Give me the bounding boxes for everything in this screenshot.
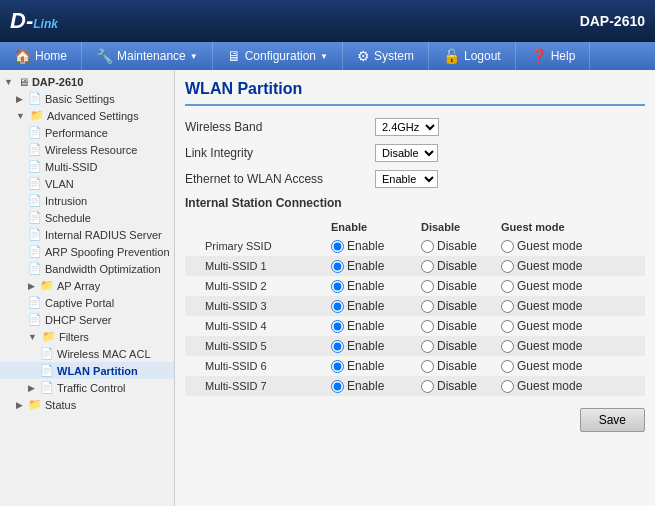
ethernet-to-wlan-select[interactable]: Enable Disable [375,170,438,188]
wireless-mac-acl-icon: 📄 [40,347,54,360]
radio-enable[interactable] [331,360,344,373]
ethernet-to-wlan-control: Enable Disable [375,170,438,188]
link-integrity-select[interactable]: Disable Enable [375,144,438,162]
radio-disable[interactable] [421,280,434,293]
advanced-settings-expander: ▼ [16,111,25,121]
radio-label: Guest mode [517,279,582,293]
radio-disable[interactable] [421,380,434,393]
sidebar-item-traffic-control[interactable]: ▶ 📄 Traffic Control [0,379,174,396]
sidebar-item-ap-array[interactable]: ▶ 📁 AP Array [0,277,174,294]
sidebar-item-internal-radius[interactable]: 📄 Internal RADIUS Server [0,226,174,243]
radio-guest-mode[interactable] [501,380,514,393]
sidebar-item-filters[interactable]: ▼ 📁 Filters [0,328,174,345]
sidebar-item-wireless-mac-acl[interactable]: 📄 Wireless MAC ACL [0,345,174,362]
sidebar-item-arp-spoofing[interactable]: 📄 ARP Spoofing Prevention [0,243,174,260]
nav-home-label: Home [35,49,67,63]
radio-enable[interactable] [331,320,344,333]
header: D-Link DAP-2610 [0,0,655,42]
radio-label: Guest mode [517,319,582,333]
radio-guest-mode[interactable] [501,320,514,333]
sidebar-item-multi-ssid[interactable]: 📄 Multi-SSID [0,158,174,175]
radio-cell-guest-mode: Guest mode [495,316,645,336]
radio-disable[interactable] [421,300,434,313]
sidebar-advanced-settings-label: Advanced Settings [47,110,139,122]
sidebar-item-intrusion[interactable]: 📄 Intrusion [0,192,174,209]
internal-radius-icon: 📄 [28,228,42,241]
radio-enable[interactable] [331,300,344,313]
filters-expander: ▼ [28,332,37,342]
radio-enable[interactable] [331,380,344,393]
ssid-row-label: Multi-SSID 5 [185,336,325,356]
wireless-band-label: Wireless Band [185,120,375,134]
radio-disable[interactable] [421,260,434,273]
status-icon: 📁 [28,398,42,411]
radio-label: Disable [437,279,477,293]
sidebar: ▼ 🖥 DAP-2610 ▶ 📄 Basic Settings ▼ 📁 Adva… [0,70,175,506]
save-button[interactable]: Save [580,408,645,432]
radio-guest-mode[interactable] [501,260,514,273]
radio-cell-guest-mode: Guest mode [495,276,645,296]
sidebar-item-schedule[interactable]: 📄 Schedule [0,209,174,226]
nav-home[interactable]: 🏠 Home [0,42,82,70]
sidebar-item-performance[interactable]: 📄 Performance [0,124,174,141]
intrusion-icon: 📄 [28,194,42,207]
radio-label: Enable [347,359,384,373]
sidebar-item-dhcp-server[interactable]: 📄 DHCP Server [0,311,174,328]
sidebar-item-wlan-partition[interactable]: 📄 WLAN Partition [0,362,174,379]
radio-guest-mode[interactable] [501,360,514,373]
nav-logout[interactable]: 🔓 Logout [429,42,516,70]
page-title: WLAN Partition [185,80,645,106]
radio-guest-mode[interactable] [501,280,514,293]
ssid-row-label: Multi-SSID 7 [185,376,325,396]
sidebar-root[interactable]: ▼ 🖥 DAP-2610 [0,74,174,90]
radio-disable[interactable] [421,340,434,353]
traffic-control-icon: 📄 [40,381,54,394]
sidebar-item-vlan[interactable]: 📄 VLAN [0,175,174,192]
sidebar-ap-array-label: AP Array [57,280,100,292]
arp-spoofing-icon: 📄 [28,245,42,258]
sidebar-item-basic-settings[interactable]: ▶ 📄 Basic Settings [0,90,174,107]
radio-guest-mode[interactable] [501,340,514,353]
radio-enable[interactable] [331,280,344,293]
radio-label: Enable [347,239,384,253]
multi-ssid-icon: 📄 [28,160,42,173]
radio-disable[interactable] [421,320,434,333]
table-row: Multi-SSID 6EnableDisableGuest mode [185,356,645,376]
radio-cell-disable: Disable [415,316,495,336]
sidebar-multi-ssid-label: Multi-SSID [45,161,98,173]
sidebar-item-advanced-settings[interactable]: ▼ 📁 Advanced Settings [0,107,174,124]
nav-system[interactable]: ⚙ System [343,42,429,70]
table-row: Multi-SSID 5EnableDisableGuest mode [185,336,645,356]
sidebar-item-captive-portal[interactable]: 📄 Captive Portal [0,294,174,311]
link-integrity-control: Disable Enable [375,144,438,162]
navbar: 🏠 Home 🔧 Maintenance ▼ 🖥 Configuration ▼… [0,42,655,70]
radio-enable[interactable] [331,340,344,353]
table-row: Multi-SSID 3EnableDisableGuest mode [185,296,645,316]
radio-label: Enable [347,379,384,393]
sidebar-vlan-label: VLAN [45,178,74,190]
radio-label: Guest mode [517,339,582,353]
logo: D-Link [10,8,58,34]
sidebar-item-bandwidth[interactable]: 📄 Bandwidth Optimization [0,260,174,277]
basic-settings-expander: ▶ [16,94,23,104]
sidebar-wlan-partition-label: WLAN Partition [57,365,138,377]
radio-disable[interactable] [421,240,434,253]
nav-help[interactable]: ❓ Help [516,42,591,70]
radio-guest-mode[interactable] [501,240,514,253]
ssid-row-label: Primary SSID [185,236,325,256]
nav-configuration[interactable]: 🖥 Configuration ▼ [213,42,343,70]
sidebar-item-status[interactable]: ▶ 📁 Status [0,396,174,413]
radio-enable[interactable] [331,260,344,273]
wireless-band-select[interactable]: 2.4GHz 5GHz [375,118,439,136]
sidebar-root-label: DAP-2610 [32,76,83,88]
radio-label: Enable [347,339,384,353]
radio-enable[interactable] [331,240,344,253]
sidebar-item-wireless-resource[interactable]: 📄 Wireless Resource [0,141,174,158]
nav-help-label: Help [551,49,576,63]
radio-cell-disable: Disable [415,376,495,396]
radio-guest-mode[interactable] [501,300,514,313]
radio-disable[interactable] [421,360,434,373]
traffic-control-expander: ▶ [28,383,35,393]
nav-maintenance[interactable]: 🔧 Maintenance ▼ [82,42,213,70]
sidebar-arp-spoofing-label: ARP Spoofing Prevention [45,246,170,258]
